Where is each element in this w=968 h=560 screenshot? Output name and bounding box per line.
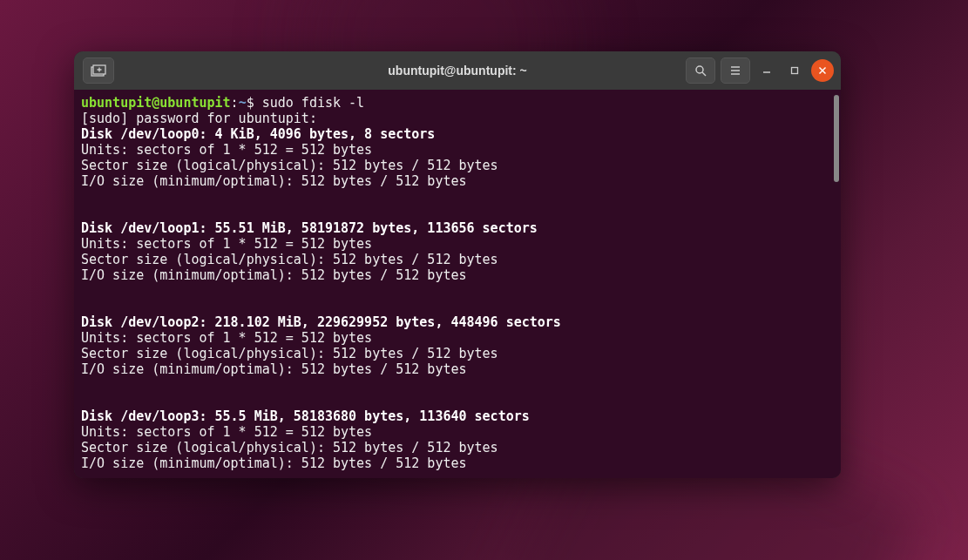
maximize-button[interactable] bbox=[783, 59, 806, 82]
new-tab-button[interactable] bbox=[83, 57, 114, 84]
close-button[interactable] bbox=[811, 59, 834, 82]
disk-header: Disk /dev/loop0: 4 KiB, 4096 bytes, 8 se… bbox=[81, 126, 834, 142]
minimize-button[interactable] bbox=[755, 59, 778, 82]
blank-line bbox=[81, 283, 834, 299]
window-title: ubuntupit@ubuntupit: ~ bbox=[388, 64, 526, 78]
prompt-sep: : bbox=[231, 95, 239, 111]
search-button[interactable] bbox=[686, 57, 715, 84]
blank-line bbox=[81, 205, 834, 220]
blank-line bbox=[81, 393, 834, 408]
menu-button[interactable] bbox=[721, 57, 750, 84]
output-line: Sector size (logical/physical): 512 byte… bbox=[81, 252, 834, 267]
output-line: [sudo] password for ubuntupit: bbox=[81, 111, 834, 126]
output-line: I/O size (minimum/optimal): 512 bytes / … bbox=[81, 455, 834, 471]
blank-line bbox=[81, 299, 834, 314]
titlebar-controls bbox=[686, 57, 834, 84]
disk-header: Disk /dev/loop3: 55.5 MiB, 58183680 byte… bbox=[81, 408, 834, 424]
output-line: Sector size (logical/physical): 512 byte… bbox=[81, 440, 834, 455]
blank-line bbox=[81, 189, 834, 205]
blank-line bbox=[81, 377, 834, 393]
output-line: Units: sectors of 1 * 512 = 512 bytes bbox=[81, 236, 834, 252]
terminal-output[interactable]: ubuntupit@ubuntupit:~$ sudo fdisk -l [su… bbox=[74, 90, 841, 478]
prompt-dollar: $ bbox=[247, 95, 262, 111]
terminal-window: ubuntupit@ubuntupit: ~ bbox=[74, 51, 841, 478]
output-line: I/O size (minimum/optimal): 512 bytes / … bbox=[81, 267, 834, 283]
command-text: sudo fdisk -l bbox=[262, 95, 364, 111]
disk-header: Disk /dev/loop2: 218.102 MiB, 229629952 … bbox=[81, 314, 834, 330]
svg-line-5 bbox=[702, 72, 706, 76]
output-line: Units: sectors of 1 * 512 = 512 bytes bbox=[81, 142, 834, 158]
output-line: Sector size (logical/physical): 512 byte… bbox=[81, 346, 834, 361]
output-line: I/O size (minimum/optimal): 512 bytes / … bbox=[81, 173, 834, 189]
new-tab-icon bbox=[91, 64, 106, 77]
prompt-line: ubuntupit@ubuntupit:~$ sudo fdisk -l bbox=[81, 95, 834, 111]
titlebar: ubuntupit@ubuntupit: ~ bbox=[74, 51, 841, 90]
prompt-path: ~ bbox=[239, 95, 247, 111]
hamburger-icon bbox=[729, 64, 741, 77]
svg-rect-10 bbox=[792, 68, 798, 74]
search-icon bbox=[694, 64, 707, 77]
minimize-icon bbox=[762, 66, 771, 75]
output-line: Sector size (logical/physical): 512 byte… bbox=[81, 158, 834, 173]
close-icon bbox=[818, 66, 827, 75]
output-line: Units: sectors of 1 * 512 = 512 bytes bbox=[81, 424, 834, 440]
maximize-icon bbox=[790, 66, 799, 75]
scrollbar-thumb[interactable] bbox=[834, 95, 839, 182]
output-line: I/O size (minimum/optimal): 512 bytes / … bbox=[81, 361, 834, 377]
disk-header: Disk /dev/loop1: 55.51 MiB, 58191872 byt… bbox=[81, 220, 834, 236]
prompt-user-host: ubuntupit@ubuntupit bbox=[81, 95, 231, 111]
output-line: Units: sectors of 1 * 512 = 512 bytes bbox=[81, 330, 834, 346]
svg-point-4 bbox=[696, 66, 703, 73]
